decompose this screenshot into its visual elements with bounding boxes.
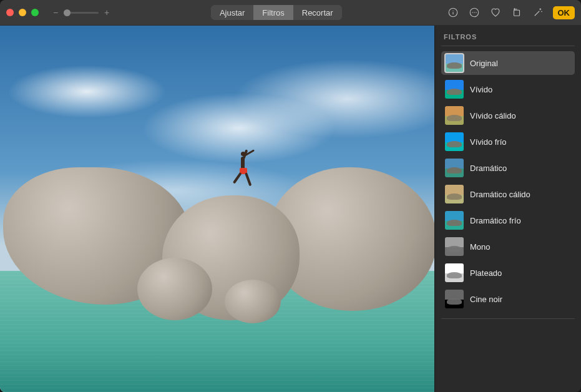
filter-item[interactable]: Cine noir	[441, 287, 575, 311]
svg-point-4	[472, 12, 473, 13]
filter-label: Dramático frío	[470, 216, 521, 225]
filter-label: Vívido	[470, 85, 492, 94]
fullscreen-window-button[interactable]	[31, 9, 39, 16]
filter-label: Vívido frío	[470, 137, 507, 147]
filter-item[interactable]: Vívido	[441, 77, 575, 101]
done-button[interactable]: OK	[553, 6, 575, 19]
jumping-person	[231, 150, 256, 188]
zoom-slider-thumb[interactable]	[64, 9, 71, 16]
editor-body: FILTROS OriginalVívidoVívido cálidoVívid…	[0, 26, 581, 392]
filter-label: Original	[470, 59, 498, 68]
filter-thumbnail	[445, 263, 464, 282]
filter-thumbnail	[445, 80, 464, 99]
photos-edit-window: − + Ajustar Filtros Recortar	[0, 0, 581, 392]
sidebar-title: FILTROS	[444, 33, 572, 41]
close-window-button[interactable]	[6, 9, 14, 16]
filter-item[interactable]: Dramático	[441, 156, 575, 180]
more-icon[interactable]	[468, 6, 481, 19]
filter-thumbnail	[445, 237, 464, 256]
filter-label: Dramático cálido	[470, 190, 530, 199]
favorite-heart-icon[interactable]	[489, 6, 502, 19]
divider	[441, 46, 575, 46]
zoom-out-button[interactable]: −	[51, 8, 60, 17]
filter-label: Mono	[470, 242, 491, 252]
filter-item[interactable]: Vívido cálido	[441, 104, 575, 127]
filter-label: Vívido cálido	[470, 111, 516, 120]
filter-item[interactable]: Dramático cálido	[441, 182, 575, 206]
filter-thumbnail	[445, 106, 464, 125]
filter-item[interactable]: Original	[441, 51, 575, 75]
toolbar: − + Ajustar Filtros Recortar	[0, 0, 581, 26]
filter-label: Plateado	[470, 268, 502, 278]
photo-canvas	[0, 26, 434, 392]
zoom-slider-group: − +	[51, 8, 111, 17]
divider	[441, 318, 575, 319]
info-icon[interactable]	[447, 6, 459, 19]
filter-item[interactable]: Dramático frío	[441, 208, 575, 232]
rotate-icon[interactable]	[510, 6, 523, 19]
svg-rect-7	[514, 10, 519, 16]
tab-filters[interactable]: Filtros	[253, 5, 293, 20]
filter-thumbnail	[445, 132, 464, 151]
filter-thumbnail	[445, 54, 464, 72]
auto-enhance-wand-icon[interactable]	[532, 6, 544, 19]
toolbar-actions: OK	[447, 6, 575, 19]
zoom-slider[interactable]	[64, 12, 99, 14]
filter-thumbnail	[445, 290, 464, 308]
minimize-window-button[interactable]	[19, 9, 26, 16]
tab-adjust[interactable]: Ajustar	[211, 5, 253, 20]
filter-thumbnail	[445, 185, 464, 203]
svg-point-6	[476, 12, 477, 13]
filter-label: Dramático	[470, 164, 507, 173]
filters-sidebar: FILTROS OriginalVívidoVívido cálidoVívid…	[434, 26, 581, 392]
filter-item[interactable]: Vívido frío	[441, 130, 575, 154]
photo-viewer[interactable]	[0, 26, 434, 392]
filter-list: OriginalVívidoVívido cálidoVívido fríoDr…	[441, 51, 575, 311]
svg-point-2	[452, 10, 453, 11]
svg-point-5	[474, 12, 475, 13]
filter-item[interactable]: Plateado	[441, 261, 575, 285]
filter-thumbnail	[445, 159, 464, 177]
tab-crop[interactable]: Recortar	[293, 5, 342, 20]
window-controls	[6, 9, 39, 16]
zoom-in-button[interactable]: +	[102, 8, 111, 17]
edit-mode-segmented-control: Ajustar Filtros Recortar	[211, 5, 342, 20]
filter-thumbnail	[445, 211, 464, 230]
filter-label: Cine noir	[470, 295, 502, 304]
filter-item[interactable]: Mono	[441, 235, 575, 258]
